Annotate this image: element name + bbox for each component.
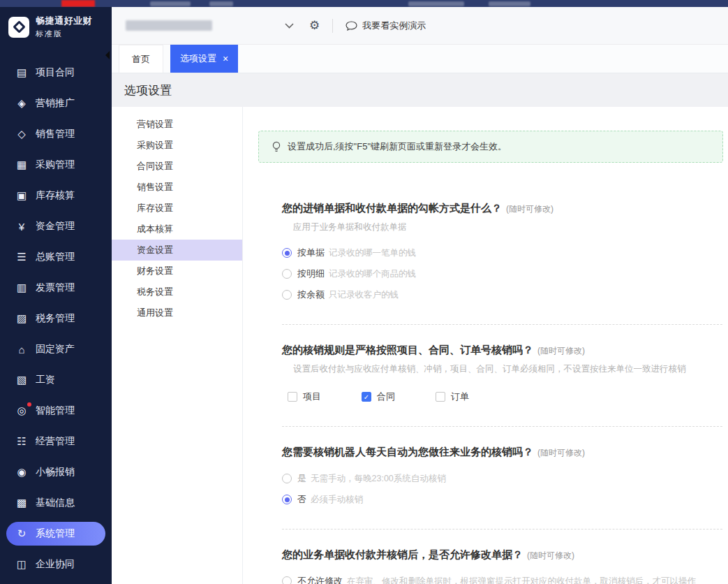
collaboration-icon: ◫ — [15, 558, 28, 571]
settings-nav: 营销设置 采购设置 合同设置 销售设置 库存设置 成本核算 资金设置 财务设置 … — [112, 107, 243, 584]
sidebar-item-label: 采购管理 — [36, 159, 75, 171]
sidebar-item-label: 小畅报销 — [36, 466, 75, 479]
success-notice-banner: 设置成功后,须按"F5"键刷新页面或重新登录才会生效。 — [258, 131, 723, 163]
option-group: 不允许修改 在弃审、修改和删除单据时，根据弹窗提示打开对应的收付款单，取消核销后… — [282, 571, 722, 584]
sidebar-item-funds-management[interactable]: ¥ 资金管理 — [0, 211, 112, 242]
radio-button-selected[interactable] — [282, 495, 292, 504]
sidebar-item-tax-management[interactable]: ▨ 税务管理 — [0, 303, 112, 334]
option-group: 按单据 记录收的哪一笔单的钱 按明细 记录收的哪个商品的钱 — [282, 242, 722, 305]
radio-button[interactable] — [282, 290, 292, 300]
sidebar-item-fixed-assets[interactable]: ⌂ 固定资产 — [0, 334, 112, 365]
sidebar-item-system-management[interactable]: ↻ 系统管理 — [6, 522, 105, 546]
sidebar-collapse-button[interactable] — [101, 51, 110, 59]
sidebar-item-sales-management[interactable]: ◇ 销售管理 — [0, 119, 112, 149]
question-title: 您需要核销机器人每天自动为您做往来业务的核销吗？ — [282, 446, 533, 458]
radio-option-by-bill[interactable]: 按单据 记录收的哪一笔单的钱 — [282, 242, 722, 263]
radio-button[interactable] — [282, 474, 292, 483]
settings-nav-general[interactable]: 通用设置 — [112, 302, 242, 323]
option-label: 合同 — [377, 390, 395, 403]
question-title: 您的业务单据收付款并核销后，是否允许修改单据？ — [282, 548, 523, 560]
sidebar-item-label: 系统管理 — [36, 527, 75, 540]
sidebar-item-enterprise-collaboration[interactable]: ◫ 企业协同 — [0, 549, 112, 580]
sidebar-item-general-ledger[interactable]: ☰ 总账管理 — [0, 242, 112, 272]
sidebar-item-label: 销售管理 — [36, 128, 75, 140]
chat-bubble-icon — [346, 21, 357, 31]
sidebar-item-basic-info[interactable]: ▩ 基础信息 — [0, 488, 112, 518]
question-note: (随时可修改) — [506, 204, 554, 214]
redacted-red-block — [61, 0, 95, 7]
chevron-down-icon — [285, 23, 294, 29]
radio-button[interactable] — [282, 576, 292, 584]
option-label: 否 — [297, 493, 306, 506]
sidebar-item-reimbursement[interactable]: ◉ 小畅报销 — [0, 457, 112, 488]
company-selector[interactable] — [126, 20, 294, 31]
question-note: (随时可修改) — [537, 346, 585, 356]
radio-option-yes[interactable]: 是 无需手动，每晚23:00系统自动核销 — [282, 468, 722, 489]
checkbox-option-order[interactable]: 订单 — [436, 386, 469, 407]
demo-link[interactable]: 我要看实例演示 — [346, 20, 426, 32]
checkbox-option-contract[interactable]: 合同 — [362, 386, 395, 407]
browser-top-strip — [0, 0, 728, 7]
settings-nav-tax[interactable]: 税务设置 — [112, 282, 242, 302]
settings-panel: 设置成功后,须按"F5"键刷新页面或重新登录才会生效。 您的进销单据和收付款单据… — [243, 107, 728, 584]
top-strip-fragment — [150, 1, 191, 6]
purchase-icon: ▦ — [15, 159, 28, 171]
question-allow-edit-after-writeoff: 您的业务单据收付款并核销后，是否允许修改单据？(随时可修改) 不允许修改 在弃审… — [282, 548, 722, 584]
sidebar-item-label: 资金管理 — [36, 220, 75, 233]
sales-icon: ◇ — [15, 128, 28, 140]
sidebar-item-purchase-management[interactable]: ▦ 采购管理 — [0, 149, 112, 180]
top-strip-fragment — [209, 1, 233, 6]
sidebar-item-project-contract[interactable]: ▤ 项目合同 — [0, 57, 112, 88]
brand-edition: 标准版 — [36, 29, 92, 39]
close-icon[interactable]: × — [223, 53, 228, 64]
checkbox[interactable] — [288, 392, 297, 402]
tab-options-settings[interactable]: 选项设置 × — [170, 45, 238, 73]
tab-home[interactable]: 首页 — [119, 45, 163, 73]
contract-icon: ▤ — [15, 66, 28, 79]
top-strip-fragment — [489, 1, 530, 6]
sidebar-item-operations-management[interactable]: ☷ 经营管理 — [0, 426, 112, 457]
settings-nav-sales[interactable]: 销售设置 — [112, 177, 242, 198]
sidebar-item-smart-management[interactable]: ◎ 智能管理 — [0, 395, 112, 426]
settings-nav-purchase[interactable]: 采购设置 — [112, 135, 242, 156]
radio-option-by-balance[interactable]: 按余额 只记录收客户的钱 — [282, 284, 722, 305]
option-label: 不允许修改 — [297, 575, 343, 584]
settings-nav-funds[interactable]: 资金设置 — [112, 240, 242, 261]
notification-badge — [27, 402, 31, 407]
settings-nav-finance[interactable]: 财务设置 — [112, 261, 242, 282]
inventory-icon: ▣ — [15, 189, 28, 202]
radio-option-by-detail[interactable]: 按明细 记录收的哪个商品的钱 — [282, 263, 722, 284]
top-strip-fragment — [408, 1, 464, 6]
payroll-icon: ▧ — [15, 374, 28, 386]
checkbox-option-project[interactable]: 项目 — [288, 386, 321, 407]
radio-option-disallow-edit[interactable]: 不允许修改 在弃审、修改和删除单据时，根据弹窗提示打开对应的收付款单，取消核销后… — [282, 571, 722, 584]
settings-nav-marketing[interactable]: 营销设置 — [112, 114, 242, 135]
fixed-assets-icon: ⌂ — [15, 344, 28, 356]
option-desc: 必须手动核销 — [311, 494, 363, 506]
page-title-bar: 选项设置 — [112, 73, 728, 107]
option-label: 按余额 — [297, 289, 325, 301]
option-desc: 无需手动，每晚23:00系统自动核销 — [311, 473, 446, 485]
sidebar-item-marketing-promotion[interactable]: ◈ 营销推广 — [0, 88, 112, 119]
brand-logo: 畅捷通好业财 标准版 — [0, 7, 112, 45]
option-label: 是 — [297, 472, 306, 485]
sidebar-item-label: 发票管理 — [36, 282, 75, 294]
radio-option-no[interactable]: 否 必须手动核销 — [282, 489, 722, 510]
sidebar-item-payroll[interactable]: ▧ 工资 — [0, 365, 112, 395]
settings-nav-cost-accounting[interactable]: 成本核算 — [112, 219, 242, 240]
app-window: 畅捷通好业财 标准版 ▤ 项目合同 ◈ 营销推广 ◇ 销售管理 — [0, 0, 728, 584]
gear-icon[interactable]: ⚙ — [309, 20, 320, 31]
settings-nav-contract[interactable]: 合同设置 — [112, 156, 242, 177]
question-writeoff-rule: 您的核销规则是严格按照项目、合同、订单号核销吗？(随时可修改) 设置后收付款与应… — [282, 344, 722, 407]
sidebar-item-inventory-accounting[interactable]: ▣ 库存核算 — [0, 180, 112, 211]
checkbox[interactable] — [436, 392, 445, 402]
sidebar-item-invoice-management[interactable]: ▥ 发票管理 — [0, 272, 112, 303]
checkbox-checked[interactable] — [362, 392, 371, 402]
option-label: 按单据 — [297, 247, 325, 259]
settings-nav-inventory[interactable]: 库存设置 — [112, 198, 242, 219]
radio-button-selected[interactable] — [282, 248, 292, 258]
question-title: 您的进销单据和收付款单据的勾帐方式是什么？ — [282, 202, 502, 214]
sidebar-nav: ▤ 项目合同 ◈ 营销推广 ◇ 销售管理 ▦ 采购管理 ▣ 库存核算 — [0, 57, 112, 580]
radio-button[interactable] — [282, 269, 292, 279]
option-label: 订单 — [451, 390, 469, 403]
